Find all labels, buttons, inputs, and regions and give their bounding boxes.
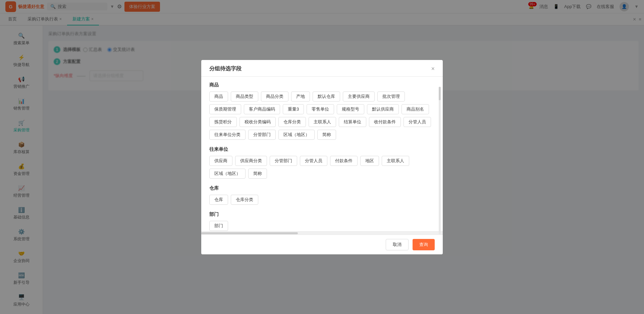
field-group-goods: 商品 商品 商品类型 商品分类 产地 默认仓库 主要供应商 批次管理 保质期管理… [209, 82, 435, 140]
field-tag-region[interactable]: 区域（地区） [278, 130, 315, 140]
field-tag-retail-unit[interactable]: 零售单位 [307, 104, 334, 114]
field-tag-region2[interactable]: 区域（地区） [209, 169, 246, 179]
field-tag-main-contact2[interactable]: 主联系人 [382, 156, 409, 166]
field-tag-spec-model[interactable]: 规格型号 [337, 104, 364, 114]
field-select-modal: 分组待选字段 × 商品 商品 商品类型 商品分类 产地 默认仓库 主要供应商 批… [201, 60, 443, 254]
field-tag-managed-person[interactable]: 分管人员 [300, 156, 327, 166]
field-tag-warehouse[interactable]: 仓库 [209, 195, 228, 205]
field-tag-goods-type[interactable]: 商品类型 [231, 91, 258, 102]
modal-horizontal-scrollbar[interactable] [201, 231, 443, 235]
partner-group-title: 往来单位 [209, 146, 435, 152]
modal-confirm-button[interactable]: 查询 [413, 239, 435, 250]
partner-fields: 供应商 供应商分类 分管部门 分管人员 付款条件 地区 主联系人 区域（地区） … [209, 156, 435, 179]
modal-close-button[interactable]: × [431, 65, 435, 72]
modal-footer: 取消 查询 [201, 235, 443, 254]
field-tag-default-supplier[interactable]: 默认供应商 [367, 104, 399, 114]
field-tag-goods-alias[interactable]: 商品别名 [401, 104, 429, 114]
field-tag-origin[interactable]: 产地 [291, 91, 310, 102]
field-tag-supplier[interactable]: 供应商 [209, 156, 232, 166]
modal-cancel-button[interactable]: 取消 [386, 239, 409, 250]
field-tag-short-name[interactable]: 简称 [317, 130, 336, 140]
field-tag-goods-category[interactable]: 商品分类 [261, 91, 288, 102]
field-tag-area[interactable]: 地区 [360, 156, 379, 166]
field-tag-short-name2[interactable]: 简称 [248, 169, 267, 179]
modal-hscroll-thumb [201, 232, 298, 234]
field-tag-default-warehouse[interactable]: 默认仓库 [313, 91, 340, 102]
modal-body: 商品 商品 商品类型 商品分类 产地 默认仓库 主要供应商 批次管理 保质期管理… [201, 77, 443, 231]
goods-group-title: 商品 [209, 82, 435, 88]
field-tag-dept-managed[interactable]: 分管部门 [248, 130, 276, 140]
dept-group-title: 部门 [209, 211, 435, 217]
field-tag-managed-dept[interactable]: 分管部门 [270, 156, 297, 166]
field-tag-supervisor[interactable]: 分管人员 [404, 117, 431, 127]
warehouse-fields: 仓库 仓库分类 [209, 195, 435, 205]
goods-fields: 商品 商品类型 商品分类 产地 默认仓库 主要供应商 批次管理 保质期管理 客户… [209, 91, 435, 140]
modal-overlay: 分组待选字段 × 商品 商品 商品类型 商品分类 产地 默认仓库 主要供应商 批… [0, 0, 644, 314]
field-tag-main-contact[interactable]: 主联系人 [309, 117, 336, 127]
field-tag-tax-code[interactable]: 税收分类编码 [239, 117, 276, 127]
field-tag-customer-code[interactable]: 客户商品编码 [244, 104, 280, 114]
field-group-partner: 往来单位 供应商 供应商分类 分管部门 分管人员 付款条件 地区 主联系人 区域… [209, 146, 435, 179]
field-tag-main-supplier[interactable]: 主要供应商 [343, 91, 375, 102]
field-tag-warehouse-category[interactable]: 仓库分类 [278, 117, 306, 127]
modal-vertical-scrollbar[interactable] [439, 87, 441, 234]
field-tag-warehouse-cat[interactable]: 仓库分类 [231, 195, 258, 205]
field-tag-payment-terms[interactable]: 收付款条件 [369, 117, 401, 127]
field-tag-goods[interactable]: 商品 [209, 91, 228, 102]
field-tag-payment-condition[interactable]: 付款条件 [330, 156, 358, 166]
modal-vscroll-thumb [439, 87, 441, 100]
field-tag-shelf-life[interactable]: 保质期管理 [209, 104, 241, 114]
dept-fields: 部门 [209, 221, 435, 231]
modal-title: 分组待选字段 [209, 65, 241, 72]
warehouse-group-title: 仓库 [209, 185, 435, 191]
field-tag-supplier-category[interactable]: 供应商分类 [235, 156, 267, 166]
modal-header: 分组待选字段 × [201, 60, 443, 77]
field-tag-dept[interactable]: 部门 [209, 221, 228, 231]
field-group-warehouse: 仓库 仓库 仓库分类 [209, 185, 435, 205]
field-tag-pick-points[interactable]: 拣货积分 [209, 117, 237, 127]
field-tag-weight3[interactable]: 重量3 [283, 104, 304, 114]
field-tag-partner-category[interactable]: 往来单位分类 [209, 130, 246, 140]
field-tag-batch-mgmt[interactable]: 批次管理 [377, 91, 405, 102]
field-group-dept: 部门 部门 [209, 211, 435, 231]
field-tag-settlement-unit[interactable]: 结算单位 [339, 117, 366, 127]
